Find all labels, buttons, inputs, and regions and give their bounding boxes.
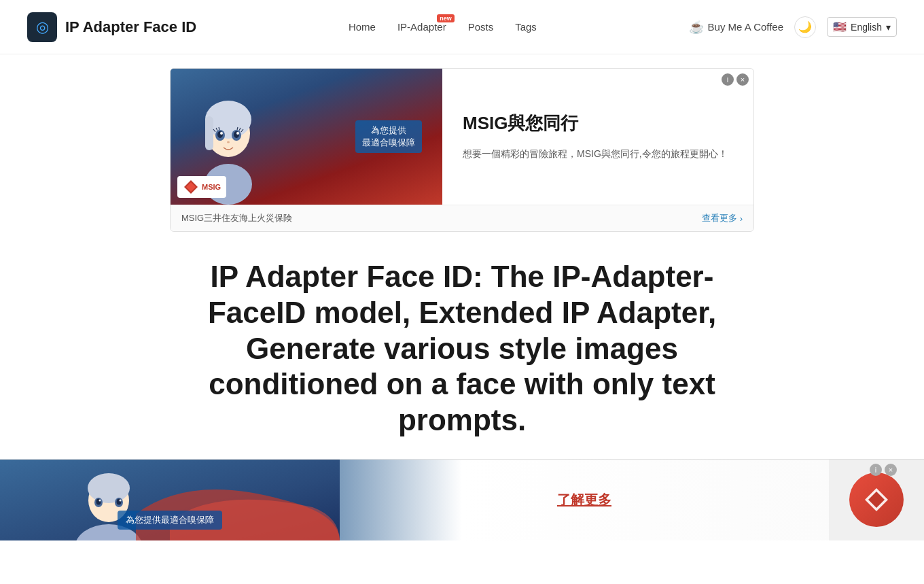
bottom-ad-content: i × 了解更多 — [340, 460, 829, 540]
svg-point-10 — [227, 141, 230, 143]
site-title: IP Adapter Face ID — [65, 18, 196, 36]
ad-banner-top: 為您提供最適合嗅保障 MSIG i — [170, 68, 754, 232]
moon-icon: 🌙 — [798, 20, 812, 33]
svg-point-8 — [220, 132, 223, 135]
nav-ip-adapter-wrapper: IP-Adapter new — [397, 21, 446, 33]
navbar: ◎ IP Adapter Face ID Home IP-Adapter new… — [0, 0, 924, 54]
bottom-ad-image: 為您提供最適合嗅保障 — [0, 460, 340, 540]
dark-mode-toggle[interactable]: 🌙 — [794, 16, 816, 38]
svg-point-16 — [88, 473, 130, 503]
ad-banner-bottom: 為您提供最適合嗅保障 i × 了解更多 — [0, 459, 924, 540]
flag-icon: 🇺🇸 — [833, 20, 847, 33]
ad-image-section: 為您提供最適合嗅保障 MSIG — [171, 69, 442, 205]
nav-links: Home IP-Adapter new Posts Tags — [349, 21, 537, 33]
nav-tags[interactable]: Tags — [515, 21, 537, 33]
svg-point-21 — [99, 499, 101, 501]
svg-point-22 — [120, 499, 122, 501]
nav-posts[interactable]: Posts — [468, 21, 494, 33]
bottom-ad-controls: i × — [870, 464, 897, 476]
nav-right-actions: ☕ Buy Me A Coffee 🌙 🇺🇸 English ▾ — [689, 16, 897, 38]
buy-coffee-label: Buy Me A Coffee — [708, 21, 783, 33]
nav-ip-adapter[interactable]: IP-Adapter — [397, 21, 446, 33]
ad-overlay-text: 為您提供最適合嗅保障 — [355, 120, 422, 153]
chevron-right-icon: › — [740, 213, 743, 224]
chevron-down-icon: ▾ — [886, 22, 891, 33]
coffee-icon: ☕ — [689, 20, 704, 35]
bottom-ad-overlay-text: 為您提供最適合嗅保障 — [118, 511, 222, 530]
ad-see-more[interactable]: 查看更多 › — [702, 212, 743, 224]
ad-footer: MSIG三井住友海上火災保険 查看更多 › — [171, 205, 753, 231]
language-label: English — [851, 22, 882, 33]
bottom-ad-close-button[interactable]: × — [885, 464, 897, 476]
svg-rect-3 — [205, 116, 213, 150]
main-content: 為您提供最適合嗅保障 MSIG i — [156, 54, 768, 439]
bottom-ad-cta[interactable]: 了解更多 — [557, 491, 611, 509]
ad-title: MSIG與您同行 — [463, 111, 733, 135]
ad-content-section: i × MSIG與您同行 想要一個精彩的冒險旅程，MSIG與您同行,令您的旅程更… — [442, 69, 753, 205]
logo-icon: ◎ — [27, 12, 57, 42]
ad-top-controls: i × — [722, 73, 749, 86]
ad-info-button[interactable]: i — [722, 73, 734, 86]
ad-banner-container: 為您提供最適合嗅保障 MSIG i — [170, 68, 754, 232]
ad-description: 想要一個精彩的冒險旅程，MSIG與您同行,令您的旅程更開心！ — [463, 146, 733, 161]
language-selector[interactable]: 🇺🇸 English ▾ — [827, 17, 897, 37]
svg-point-9 — [236, 132, 239, 135]
ad-brand-text: MSIG — [202, 183, 221, 191]
bottom-ad-info-button[interactable]: i — [870, 464, 882, 476]
article-title: IP Adapter Face ID: The IP-Adapter-FaceI… — [170, 259, 754, 439]
ad-footer-brand: MSIG三井住友海上火災保険 — [181, 212, 292, 224]
buy-coffee-link[interactable]: ☕ Buy Me A Coffee — [689, 20, 783, 35]
nav-home[interactable]: Home — [349, 21, 376, 33]
msig-diamond-icon — [183, 179, 199, 195]
msig-circle-logo — [849, 473, 904, 527]
ad-brand-logo: MSIG — [177, 176, 226, 198]
site-logo-link[interactable]: ◎ IP Adapter Face ID — [27, 12, 196, 42]
ad-banner-inner: 為您提供最適合嗅保障 MSIG i — [171, 69, 753, 205]
msig-diamond-bottom-icon — [863, 486, 890, 513]
new-badge: new — [437, 14, 455, 22]
ad-close-button[interactable]: × — [736, 73, 749, 86]
